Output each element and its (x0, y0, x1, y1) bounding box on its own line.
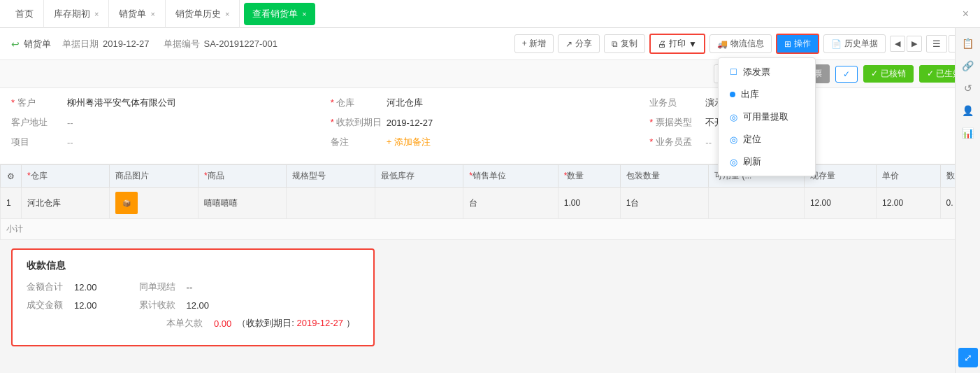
next-button[interactable]: ▶ (907, 36, 922, 52)
history-button[interactable]: 📄 历史单据 (823, 34, 886, 53)
tab-view-sales[interactable]: 查看销货单 × (244, 3, 315, 25)
spec-col-header: 规格型号 (287, 165, 375, 188)
add-invoice-icon: ☐ (730, 67, 737, 77)
tab-sales-history-label: 销货单历史 (175, 8, 221, 20)
print-button[interactable]: 🖨 打印 ▼ (649, 34, 705, 54)
remark-group: 备注 + 添加备注 (331, 136, 650, 148)
document-header: ↩ 销货单 单据日期 2019-12-27 单据编号 SA-20191227-0… (0, 28, 980, 60)
payment-title: 收款信息 (27, 260, 359, 272)
sidebar-icon-user[interactable]: 👤 (958, 101, 978, 120)
history-label: 历史单据 (844, 38, 878, 50)
deal-amount-label: 成交金额 (27, 299, 69, 311)
checked-badge: ✓ 已核销 (863, 65, 913, 83)
customer-label: 客户 (11, 97, 67, 109)
document-type-label: 销货单 (24, 38, 51, 50)
window-close-button[interactable]: × (957, 8, 974, 20)
customer-group: 客户 柳州粤港平安气体有限公司 (11, 97, 331, 109)
payment-row-2: 成交金额 12.00 累计收款 12.00 (27, 299, 359, 311)
locate-label: 定位 (743, 133, 761, 146)
cumulative-value: 12.00 (187, 300, 210, 311)
operation-button[interactable]: ⊞ 操作 (776, 34, 819, 54)
form-row-2: 客户地址 -- 收款到期日 2019-12-27 票据类型 不开票 (11, 116, 969, 129)
unit-price-col-header: 单价 (877, 165, 940, 188)
row-product-img: 📦 (110, 188, 198, 219)
document-meta: 单据日期 2019-12-27 单据编号 SA-20191227-001 (62, 38, 503, 50)
out-warehouse-dot (730, 92, 735, 97)
copy-label: 复制 (621, 38, 637, 50)
same-order-value: -- (187, 282, 193, 293)
product-col-header: *商品 (198, 165, 286, 188)
doc-number-value: SA-20191227-001 (204, 38, 278, 49)
row-unit: 台 (463, 188, 559, 219)
add-invoice-item[interactable]: ☐ 添发票 (719, 61, 815, 83)
min-stock-col-header: 最低库存 (375, 165, 463, 188)
form-row-1: 客户 柳州粤港平安气体有限公司 仓库 河北仓库 业务员 演示账号 (11, 97, 969, 109)
tab-sales-history[interactable]: 销货单历史 × (166, 0, 240, 28)
share-button[interactable]: ↗ 分享 (558, 34, 600, 53)
subtotal-row: 小计 (1, 219, 980, 240)
row-num: 1 (1, 188, 22, 219)
total-amount-item: 金额合计 12.00 (27, 281, 97, 293)
total-amount-label: 金额合计 (27, 281, 69, 293)
tab-view-sales-close[interactable]: × (302, 10, 306, 18)
product-table: ⚙ *仓库 商品图片 *商品 规格型号 最低库存 *销售单位 *数量 包装数量 … (0, 164, 980, 240)
operation-icon: ⊞ (784, 39, 791, 49)
locate-icon: ◎ (730, 134, 737, 145)
operation-label: 操作 (794, 38, 811, 50)
available-qty-item[interactable]: ◎ 可用量提取 (719, 106, 815, 128)
table-row: 1 河北仓库 📦 嘻嘻嘻嘻 台 1.00 1台 12.00 12.00 0. (1, 188, 980, 219)
tab-inventory-init[interactable]: 库存期初 × (44, 0, 109, 28)
tab-sales-order[interactable]: 销货单 × (109, 0, 165, 28)
secondary-bar: 📱 来自手机 ● 未开票 ✓ ✓ 已核销 ✓ 已生效 (0, 60, 980, 88)
confirm-button[interactable]: ✓ (835, 66, 858, 83)
tab-view-sales-label: 查看销货单 (252, 8, 298, 20)
tab-sales-history-close[interactable]: × (225, 10, 229, 18)
operation-dropdown: ☐ 添发票 出库 ◎ 可用量提取 ◎ 定位 ◎ 刷新 (718, 57, 816, 176)
refresh-item[interactable]: ◎ 刷新 (719, 150, 815, 173)
out-warehouse-item[interactable]: 出库 (719, 83, 815, 106)
copy-button[interactable]: ⧉ 复制 (604, 34, 645, 53)
payment-date-group: 收款到期日 2019-12-27 (331, 116, 650, 129)
balance-value: 0.00 (214, 318, 231, 329)
sidebar-icon-refresh[interactable]: ↺ (958, 78, 978, 98)
sidebar-icon-clipboard[interactable]: 📋 (958, 34, 978, 53)
row-quantity: 1.00 (558, 188, 620, 219)
row-pack-qty: 1台 (620, 188, 708, 219)
logistics-label: 物流信息 (730, 38, 764, 50)
new-button[interactable]: + 新增 (514, 34, 554, 53)
tab-inventory-init-close[interactable]: × (94, 10, 99, 18)
locate-item[interactable]: ◎ 定位 (719, 128, 815, 150)
copy-icon: ⧉ (612, 39, 618, 49)
deal-amount-item: 成交金额 12.00 (27, 299, 97, 311)
total-amount-value: 12.00 (74, 282, 97, 293)
add-invoice-label: 添发票 (743, 66, 770, 78)
sidebar-icon-chart[interactable]: 📊 (958, 123, 978, 143)
logistics-button[interactable]: 🚚 物流信息 (709, 34, 772, 53)
payment-date-value: 2019-12-27 (387, 118, 433, 128)
balance-date: 2019-12-27 (297, 318, 344, 328)
row-available (709, 188, 805, 219)
warehouse-col-header: *仓库 (22, 165, 110, 188)
address-group: 客户地址 -- (11, 116, 331, 129)
pack-qty-col-header: 包装数量 (620, 165, 708, 188)
list-view-button[interactable]: ☰ (926, 35, 947, 52)
sidebar-icon-link[interactable]: 🔗 (958, 56, 978, 76)
add-remark-button[interactable]: + 添加备注 (387, 136, 431, 148)
settings-col-header: ⚙ (1, 165, 22, 188)
tab-home[interactable]: 首页 (6, 0, 44, 28)
address-label: 客户地址 (11, 116, 67, 129)
payment-row-1: 金额合计 12.00 同单现结 -- (27, 281, 359, 293)
table-header-row: ⚙ *仓库 商品图片 *商品 规格型号 最低库存 *销售单位 *数量 包装数量 … (1, 165, 980, 188)
document-actions: + 新增 ↗ 分享 ⧉ 复制 🖨 打印 ▼ 🚚 物流信息 ⊞ 操作 📄 历史单据… (514, 34, 969, 54)
project-group: 项目 -- (11, 136, 331, 148)
tab-home-label: 首页 (15, 8, 34, 20)
tab-sales-order-close[interactable]: × (150, 10, 154, 18)
balance-note-end: ） (346, 318, 355, 328)
row-spec (287, 188, 375, 219)
sidebar-icon-expand[interactable]: ⤢ (958, 348, 978, 355)
doc-number-label: 单据编号 (164, 38, 200, 50)
print-dropdown-icon: ▼ (689, 39, 697, 49)
print-icon: 🖨 (658, 39, 666, 49)
doc-date-item: 单据日期 2019-12-27 (62, 38, 150, 50)
prev-button[interactable]: ◀ (890, 36, 905, 52)
